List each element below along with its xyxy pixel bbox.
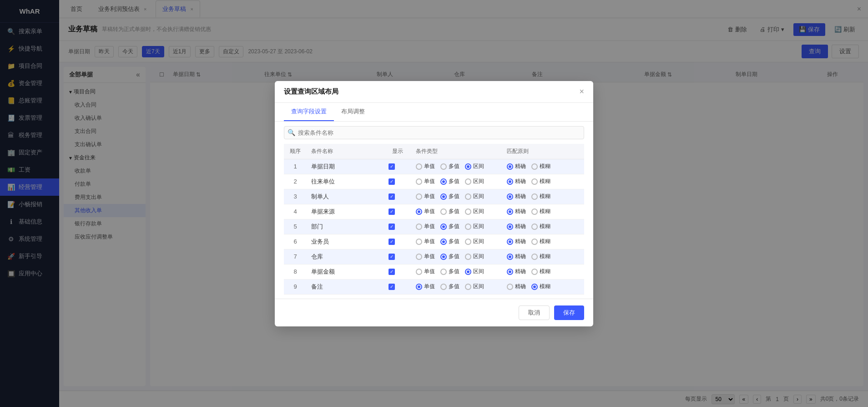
modal-body: 查询字段设置 布局调整 🔍 顺序 条件名称 显示 条件类型 匹配原则 [275,103,593,299]
match-exact[interactable]: 精确 [507,283,526,290]
match-exact[interactable]: 精确 [507,208,526,215]
type-single[interactable]: 单值 [416,268,435,275]
match-fuzzy[interactable]: 模糊 [531,283,550,290]
match-fuzzy[interactable]: 模糊 [531,193,550,200]
modal-table-header: 顺序 条件名称 显示 条件类型 匹配原则 [284,144,584,159]
type-single[interactable]: 单值 [416,223,435,230]
row-order: 1 [284,160,307,173]
type-single[interactable]: 单值 [416,238,435,245]
row-display[interactable]: ✓ [384,160,411,173]
th-order: 顺序 [284,144,307,159]
modal-search-input[interactable] [284,126,584,139]
search-wrap: 🔍 [284,126,584,139]
match-fuzzy[interactable]: 模糊 [531,238,550,245]
modal-search-area: 🔍 [275,122,593,144]
table-row: 4 单据来源 ✓ 单值 多值 区间 精确 模糊 [284,204,584,219]
table-row: 3 制单人 ✓ 单值 多值 区间 精确 模糊 [284,189,584,204]
th-match: 匹配原则 [502,144,584,159]
modal-dialog: 设置查询区域布局 × 查询字段设置 布局调整 🔍 顺序 [275,81,593,326]
table-row: 6 业务员 ✓ 单值 多值 区间 精确 模糊 [284,234,584,249]
row-type: 单值 多值 区间 [411,159,502,173]
radio-circle3 [531,163,538,170]
type-multi[interactable]: 多值 [440,208,459,215]
type-single[interactable]: 单值 [416,283,435,290]
modal-overlay[interactable]: 设置查询区域布局 × 查询字段设置 布局调整 🔍 顺序 [0,0,868,407]
cancel-button[interactable]: 取消 [519,305,550,320]
match-exact[interactable]: 精确 [507,178,526,185]
match-fuzzy[interactable]: 模糊 [531,253,550,260]
match-fuzzy[interactable]: 模糊 [531,268,550,275]
type-multi[interactable]: 多值 [440,268,459,275]
type-multi[interactable]: 多值 [440,223,459,230]
display-checkbox[interactable]: ✓ [389,163,395,170]
modal-table: 顺序 条件名称 显示 条件类型 匹配原则 1 单据日期 ✓ 单值 多值 [275,144,593,299]
radio-circle-checked [465,163,471,170]
modal-search-icon: 🔍 [288,129,295,136]
type-multi[interactable]: 多值 [440,178,459,185]
display-checkbox[interactable]: ✓ [389,254,395,260]
th-name: 条件名称 [307,144,384,159]
match-exact[interactable]: 精确 [507,223,526,230]
match-exact[interactable]: 精确 [507,253,526,260]
type-range[interactable]: 区间 [465,253,484,260]
display-checkbox[interactable]: ✓ [389,284,395,290]
modal-tab-layout[interactable]: 布局调整 [334,103,372,121]
match-fuzzy[interactable]: 模糊 [531,208,550,215]
row-name: 单据日期 [307,159,384,174]
modal-title: 设置查询区域布局 [284,87,338,96]
type-multi[interactable]: 多值 [440,238,459,245]
type-range[interactable]: 区间 [465,178,484,185]
display-checkbox[interactable]: ✓ [389,239,395,245]
match-fuzzy[interactable]: 模糊 [531,178,550,185]
type-single[interactable]: 单值 [416,163,435,170]
type-single[interactable]: 单值 [416,178,435,185]
row-match: 精确 模糊 [502,159,584,173]
modal-tab-fields[interactable]: 查询字段设置 [284,103,334,121]
match-exact[interactable]: 精确 [507,163,526,170]
display-checkbox[interactable]: ✓ [389,209,395,215]
type-range[interactable]: 区间 [465,163,484,170]
type-range[interactable]: 区间 [465,208,484,215]
table-row: 8 单据金额 ✓ 单值 多值 区间 精确 模糊 [284,265,584,280]
table-row: 1 单据日期 ✓ 单值 多值 区间 精确 模糊 [284,159,584,174]
table-row: 5 部门 ✓ 单值 多值 区间 精确 模糊 [284,219,584,234]
th-display: 显示 [384,144,411,159]
type-single[interactable]: 单值 [416,253,435,260]
type-range[interactable]: 区间 [465,193,484,200]
table-row: 2 往来单位 ✓ 单值 多值 区间 精确 模糊 [284,174,584,189]
modal-header: 设置查询区域布局 × [275,81,593,103]
type-multi[interactable]: 多值 [440,253,459,260]
display-checkbox[interactable]: ✓ [389,193,395,200]
match-exact[interactable]: 精确 [507,238,526,245]
display-checkbox[interactable]: ✓ [389,178,395,185]
table-row: 7 仓库 ✓ 单值 多值 区间 精确 模糊 [284,249,584,265]
type-range[interactable]: 区间 [465,283,484,290]
type-range[interactable]: 区间 [465,223,484,230]
modal-close-button[interactable]: × [579,87,584,96]
type-range[interactable]: 区间 [465,238,484,245]
radio-circle-checked2 [507,163,513,170]
type-single[interactable]: 单值 [416,193,435,200]
type-range[interactable]: 区间 [465,268,484,275]
type-multi[interactable]: 多值 [440,193,459,200]
table-row: 10 单据编号 单值 多值 区间 精确 模糊 [284,295,584,299]
modal-tabs: 查询字段设置 布局调整 [275,103,593,122]
radio-circle [416,163,422,170]
type-multi[interactable]: 多值 [440,283,459,290]
modal-footer: 取消 保存 [275,299,593,326]
type-single[interactable]: 单值 [416,208,435,215]
display-checkbox[interactable]: ✓ [389,224,395,230]
match-exact[interactable]: 精确 [507,193,526,200]
match-exact[interactable]: 精确 [507,268,526,275]
match-fuzzy[interactable]: 模糊 [531,223,550,230]
table-row: 9 备注 ✓ 单值 多值 区间 精确 模糊 [284,280,584,295]
save-button[interactable]: 保存 [554,305,584,320]
display-checkbox[interactable]: ✓ [389,269,395,275]
th-type: 条件类型 [411,144,502,159]
radio-circle [440,163,447,170]
type-multi[interactable]: 多值 [440,163,459,170]
match-fuzzy[interactable]: 模糊 [531,163,550,170]
